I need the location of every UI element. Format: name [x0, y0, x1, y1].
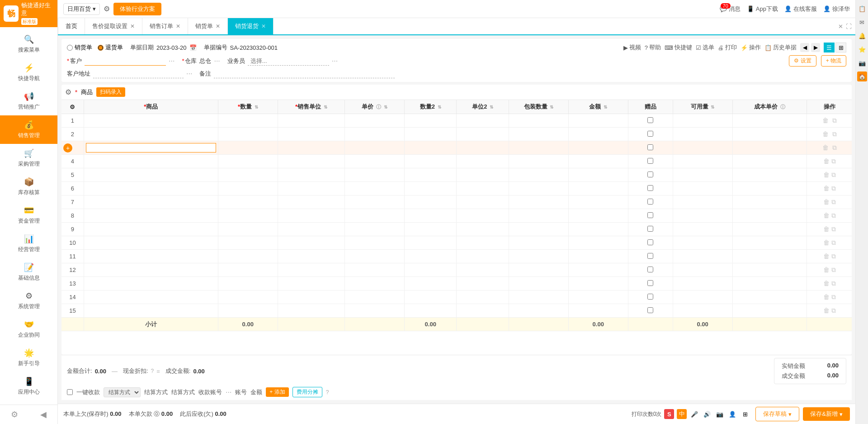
radio-sales-bill[interactable]: 销货单 [67, 43, 92, 52]
next-btn[interactable]: ▶ [811, 43, 820, 52]
right-panel-btn-5[interactable]: 📷 [857, 58, 867, 68]
list-view-btn[interactable]: ☰ [824, 43, 835, 52]
tab-close-sales-order[interactable]: ✕ [176, 23, 180, 29]
copy-row-8[interactable]: ⧉ [831, 212, 836, 219]
unit2-cell-1[interactable] [457, 114, 509, 128]
tab-home[interactable]: 首页 [58, 18, 85, 34]
save-new-btn[interactable]: 保存&新增 ▾ [803, 407, 850, 421]
sidebar-item-finance[interactable]: 💳 资金管理 [0, 201, 57, 229]
history-btn[interactable]: 📋历史单据 [764, 43, 797, 52]
delete-row-add[interactable]: 🗑 [822, 144, 829, 151]
copy-row-9[interactable]: ⧉ [831, 225, 836, 233]
right-panel-btn-6[interactable]: 🏠 [857, 71, 867, 81]
select-btn[interactable]: ☑选单 [696, 43, 714, 52]
sidebar-item-basic-info[interactable]: 📝 基础信息 [0, 258, 57, 286]
warehouse-more[interactable]: ··· [214, 57, 220, 65]
avail-cell-add[interactable] [673, 141, 732, 155]
sidebar-item-sales[interactable]: 💰 销售管理 [0, 115, 57, 144]
product-input-add[interactable] [86, 143, 216, 152]
copy-row-14[interactable]: ⧉ [831, 293, 836, 300]
copy-row-5[interactable]: ⧉ [831, 171, 836, 178]
delete-row-2[interactable]: 🗑 [822, 130, 829, 138]
price-cell-1[interactable] [345, 114, 405, 128]
settings-bottom-icon[interactable]: ⚙ [11, 410, 18, 419]
copy-row-11[interactable]: ⧉ [831, 252, 836, 260]
price-cell-2[interactable] [345, 128, 405, 141]
sidebar-item-wechat[interactable]: 💬 企业微信 [0, 400, 57, 405]
copy-row-10[interactable]: ⧉ [831, 239, 836, 246]
unit-cell-1[interactable] [278, 114, 344, 128]
calendar-icon[interactable]: 📅 [189, 44, 197, 51]
pack-cell-add[interactable] [509, 141, 568, 155]
experience-btn[interactable]: 体验行业方案 [113, 3, 161, 15]
add-payment-btn[interactable]: + 添加 [266, 387, 288, 397]
sidebar-item-guide[interactable]: 🌟 新手引导 [0, 343, 57, 372]
gift-cell-add[interactable] [628, 141, 673, 155]
cost-cell-add[interactable] [732, 141, 807, 155]
copy-row-4[interactable]: ⧉ [831, 157, 836, 165]
sidebar-item-shortcut[interactable]: ⚡ 快捷导航 [0, 58, 57, 87]
add-row-plus[interactable]: + [61, 141, 84, 155]
remark-input[interactable] [214, 69, 395, 78]
gift-cell-1[interactable] [628, 114, 673, 128]
delete-row-13[interactable]: 🗑 [823, 280, 830, 287]
product-cell-add[interactable] [84, 141, 218, 155]
amount-cell-1[interactable] [568, 114, 628, 128]
delete-row-6[interactable]: 🗑 [823, 185, 830, 192]
close-tab-icon[interactable]: ✕ [838, 23, 843, 30]
address-input[interactable] [93, 69, 184, 78]
scan-btn[interactable]: 扫码录入 [96, 87, 125, 97]
sidebar-item-appstore[interactable]: 📱 应用中心 [0, 372, 57, 400]
copy-row-2[interactable]: ⧉ [832, 130, 837, 138]
taskbar-icon-person[interactable]: 👤 [727, 409, 737, 419]
sidebar-item-search[interactable]: 🔍 搜索菜单 [0, 30, 57, 58]
qty-cell-2[interactable] [218, 128, 278, 141]
right-panel-btn-1[interactable]: 📋 [857, 4, 867, 14]
fee-split-btn[interactable]: 费用分摊 [292, 387, 322, 397]
right-panel-btn-2[interactable]: ✉ [857, 17, 867, 27]
save-draft-btn[interactable]: 保存草稿 ▾ [755, 407, 799, 421]
delete-row-5[interactable]: 🗑 [823, 171, 830, 178]
cost-cell-1[interactable] [732, 114, 807, 128]
unit-cell-2[interactable] [278, 128, 344, 141]
unit2-cell-2[interactable] [457, 128, 509, 141]
copy-row-12[interactable]: ⧉ [831, 266, 836, 273]
table-scroll[interactable]: ⚙ *商品 *数量 ⇅ *销售单位 ⇅ 单价 ⓘ ⇅ [61, 100, 852, 355]
expand-icon[interactable]: ⛶ [846, 23, 852, 30]
action-btn[interactable]: ⚡操作 [741, 43, 761, 52]
one-click-pay-checkbox[interactable] [67, 389, 73, 395]
delete-row-9[interactable]: 🗑 [823, 225, 830, 233]
messages-item[interactable]: 💬 70 消息 [720, 5, 741, 13]
video-btn[interactable]: ▶视频 [623, 43, 641, 52]
qty-cell-add[interactable] [218, 141, 278, 155]
copy-row-7[interactable]: ⧉ [831, 198, 836, 205]
taskbar-icon-s[interactable]: S [664, 409, 674, 419]
delete-row-1[interactable]: 🗑 [822, 117, 829, 124]
unit2-cell-add[interactable] [457, 141, 509, 155]
sidebar-item-marketing[interactable]: 📢 营销推广 [0, 87, 57, 115]
sidebar-item-enterprise[interactable]: 🤝 企业协同 [0, 315, 57, 343]
topbar-gear-icon[interactable]: ⚙ [104, 5, 110, 13]
user-profile[interactable]: 👤 徐泽华 [823, 5, 850, 13]
address-more[interactable]: ··· [186, 70, 192, 78]
online-service-item[interactable]: 👤 在线客服 [784, 5, 817, 13]
tab-sales-order[interactable]: 销售订单 ✕ [142, 18, 188, 34]
delete-row-12[interactable]: 🗑 [823, 266, 830, 273]
customer-more[interactable]: ··· [169, 57, 175, 65]
radio-return-bill[interactable]: 退货单 [98, 43, 123, 52]
sidebar-item-system[interactable]: ⚙ 系统管理 [0, 286, 57, 315]
help-btn[interactable]: ?帮助 [645, 43, 661, 52]
avail-cell-1[interactable] [673, 114, 732, 128]
gift-cell-2[interactable] [628, 128, 673, 141]
app-download-item[interactable]: 📱 App下载 [747, 5, 778, 13]
set-btn[interactable]: ⚙ 设置 [789, 55, 816, 67]
shortcut-btn[interactable]: ⌨快捷键 [665, 43, 692, 52]
qty-cell-1[interactable] [218, 114, 278, 128]
delete-row-10[interactable]: 🗑 [823, 239, 830, 246]
taskbar-icon-more[interactable]: ⊞ [740, 409, 750, 419]
price-cell-add[interactable] [345, 141, 405, 155]
qty2-cell-add[interactable] [405, 141, 457, 155]
qty2-cell-2[interactable] [405, 128, 457, 141]
qty2-cell-1[interactable] [405, 114, 457, 128]
table-settings-icon[interactable]: ⚙ [65, 88, 71, 96]
